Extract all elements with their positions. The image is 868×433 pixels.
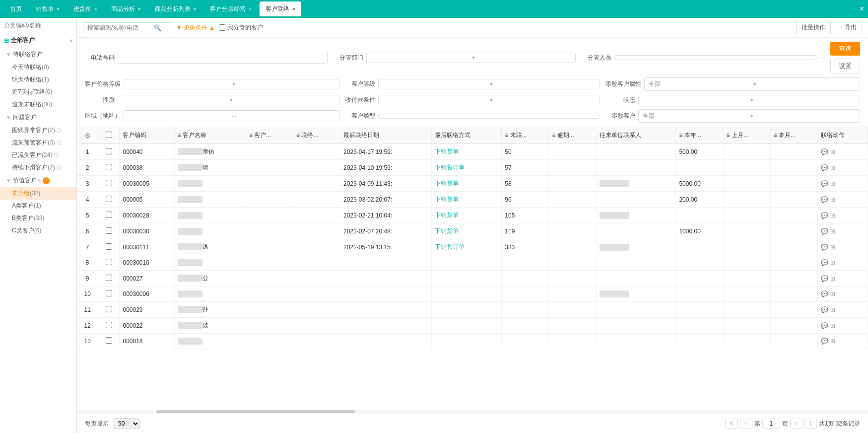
row-checkbox[interactable] — [106, 322, 112, 328]
grid-action-icon[interactable]: ⊞ — [830, 180, 835, 187]
sidebar-group-value[interactable]: ▼ 价值客户 ↻ ! — [0, 174, 76, 187]
message-icon[interactable]: 💬 — [821, 148, 828, 155]
page-number-input[interactable] — [762, 419, 780, 429]
refresh-icon[interactable]: ↻ — [38, 178, 42, 183]
field-customer-level-select[interactable]: ▼ — [378, 79, 600, 89]
prev-page-button[interactable]: < — [740, 419, 752, 429]
tab-sales-close-icon[interactable]: × — [57, 6, 60, 12]
row-checkbox[interactable] — [106, 148, 112, 154]
last-page-button[interactable]: 1 — [804, 419, 817, 429]
message-icon[interactable]: 💬 — [821, 196, 828, 203]
settings-gear-icon[interactable]: ⚙ — [84, 132, 91, 140]
tab-goods-analysis[interactable]: 商品分析 × — [105, 1, 147, 16]
row-checkbox[interactable] — [106, 259, 112, 265]
row-checkbox[interactable] — [106, 290, 112, 296]
sidebar-item-class-c[interactable]: C类客户(6) — [0, 224, 76, 237]
last-method-link[interactable]: 下销售订单 — [435, 243, 465, 250]
row-checkbox[interactable] — [106, 180, 112, 186]
row-checkbox[interactable] — [106, 337, 112, 344]
filter-search-input[interactable] — [87, 24, 152, 31]
grid-action-icon[interactable]: ⊞ — [830, 338, 835, 345]
field-status-select[interactable]: ▼ — [638, 95, 860, 105]
sidebar-item-today[interactable]: 今天待联络(0) — [0, 61, 76, 73]
grid-action-icon[interactable]: ⊞ — [830, 164, 835, 171]
grid-action-icon[interactable]: ⊞ — [830, 306, 835, 313]
horizontal-scrollbar[interactable] — [77, 410, 868, 414]
grid-action-icon[interactable]: ⊞ — [830, 228, 835, 235]
sidebar-item-declining[interactable]: 持续下滑客户(2) ⓘ — [0, 161, 76, 174]
more-dots-icon[interactable]: ··· — [231, 113, 334, 120]
tab-sales[interactable]: 销售单 × — [30, 1, 66, 16]
message-icon[interactable]: 💬 — [821, 259, 828, 266]
last-method-link[interactable]: 下销货单 — [435, 212, 459, 218]
sidebar-item-overdue[interactable]: 逾期未联络(30) — [0, 98, 76, 111]
row-checkbox[interactable] — [106, 243, 112, 250]
tab-customer-contact-close-icon[interactable]: × — [292, 6, 295, 12]
last-method-link[interactable]: 下销货单 — [435, 148, 459, 155]
select-all-checkbox[interactable] — [106, 132, 112, 138]
row-checkbox[interactable] — [106, 212, 112, 218]
row-checkbox[interactable] — [106, 275, 112, 281]
tab-goods-list-close-icon[interactable]: × — [194, 6, 197, 12]
last-method-link[interactable]: 下销货单 — [435, 180, 459, 187]
sidebar-group-problem[interactable]: ▼ 问题客户 — [0, 111, 76, 124]
field-payment-select[interactable]: ▼ — [378, 95, 600, 105]
more-conditions-button[interactable]: ▼ 更多条件 ▲ — [176, 23, 215, 32]
field-scatter-attr-select[interactable]: 全部 ▼ — [644, 77, 860, 91]
row-checkbox[interactable] — [106, 164, 112, 170]
last-method-link[interactable]: 下销货单 — [435, 227, 459, 234]
field-manager-select[interactable] — [614, 55, 816, 60]
last-method-link[interactable]: 下销货单 — [435, 196, 459, 203]
message-icon[interactable]: 💬 — [821, 244, 828, 251]
scrollbar-thumb[interactable] — [156, 410, 355, 413]
tab-home[interactable]: 首页 — [4, 1, 28, 16]
sidebar-item-7days[interactable]: 近7天待联络(0) — [0, 86, 76, 98]
field-dept-select[interactable]: ▼ — [366, 53, 576, 63]
grid-action-icon[interactable]: ⊞ — [830, 290, 835, 297]
reset-button[interactable]: 设置 — [830, 59, 860, 73]
message-icon[interactable]: 💬 — [821, 306, 828, 313]
sidebar-item-ungroup[interactable]: 未分组(32) — [0, 187, 76, 200]
th-settings[interactable]: ⚙ — [77, 127, 98, 144]
field-region-select[interactable]: ··· — [124, 110, 339, 122]
message-icon[interactable]: 💬 — [821, 275, 828, 282]
all-customers-header[interactable]: ⊞ 全部客户 « — [0, 33, 76, 48]
last-method-link[interactable]: 下销售订单 — [435, 164, 465, 171]
message-icon[interactable]: 💬 — [821, 164, 828, 171]
row-checkbox[interactable] — [106, 306, 112, 312]
filter-search-icon[interactable]: 🔍 — [154, 24, 161, 31]
first-page-button[interactable]: K — [725, 419, 738, 429]
sidebar-item-tomorrow[interactable]: 明天待联络(1) — [0, 73, 76, 86]
grid-action-icon[interactable]: ⊞ — [830, 275, 835, 282]
my-customers-checkbox[interactable] — [219, 24, 225, 31]
message-icon[interactable]: 💬 — [821, 290, 828, 297]
tab-customer-segment[interactable]: 客户分层经营 × — [204, 1, 258, 16]
message-icon[interactable]: 💬 — [821, 322, 828, 329]
tab-purchase-close-icon[interactable]: × — [94, 6, 97, 12]
tab-purchase[interactable]: 进货单 × — [67, 1, 103, 16]
message-icon[interactable]: 💬 — [821, 212, 828, 219]
tab-goods-analysis-close-icon[interactable]: × — [138, 6, 141, 12]
message-icon[interactable]: 💬 — [821, 228, 828, 235]
row-checkbox[interactable] — [106, 227, 112, 234]
query-button[interactable]: 查询 — [830, 42, 860, 56]
grid-action-icon[interactable]: ⊞ — [830, 212, 835, 219]
tab-customer-segment-close-icon[interactable]: × — [249, 6, 252, 12]
grid-action-icon[interactable]: ⊞ — [830, 196, 835, 203]
field-scatter-customer-select[interactable]: 全部 ▼ — [638, 109, 860, 123]
sidebar-item-churn-warning[interactable]: 流失预警客户(3) ⓘ — [0, 137, 76, 149]
field-price-level-select[interactable]: ▼ — [124, 79, 339, 89]
message-icon[interactable]: 💬 — [821, 180, 828, 187]
row-checkbox[interactable] — [106, 196, 112, 202]
sidebar-item-class-a[interactable]: A类客户(1) — [0, 200, 76, 212]
close-all-tabs-button[interactable]: × — [860, 4, 864, 13]
grid-action-icon[interactable]: ⊞ — [830, 244, 835, 251]
next-page-button[interactable]: > — [790, 419, 802, 429]
message-icon[interactable]: 💬 — [821, 338, 828, 345]
sidebar-item-churned[interactable]: 已流失客户(24) ⓘ — [0, 149, 76, 161]
field-customer-type-select[interactable] — [378, 114, 600, 119]
grid-action-icon[interactable]: ⊞ — [830, 322, 835, 329]
grid-action-icon[interactable]: ⊞ — [830, 148, 835, 155]
batch-operation-button[interactable]: 批量操作 — [796, 21, 831, 34]
export-button[interactable]: ↑ 导出 — [835, 21, 862, 34]
